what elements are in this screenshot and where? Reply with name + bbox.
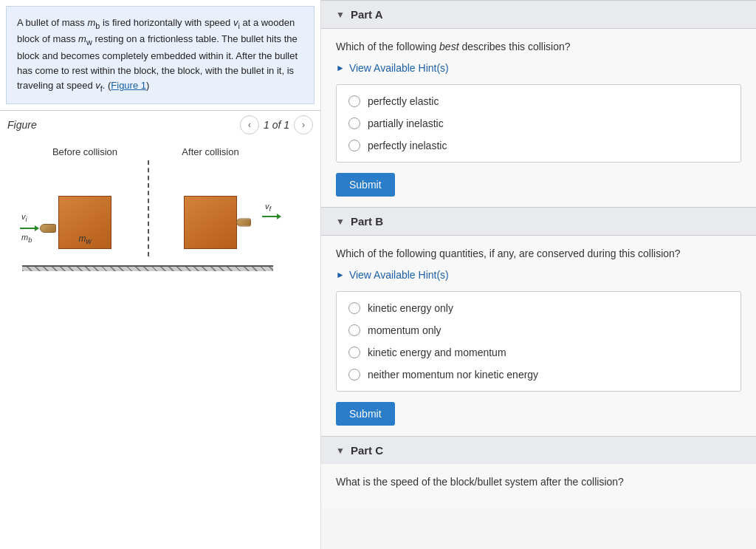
figure-header: Figure ‹ 1 of 1 › xyxy=(0,110,320,139)
prev-figure-button[interactable]: ‹ xyxy=(240,115,259,134)
part-c-section: ▼ Part C What is the speed of the block/… xyxy=(321,436,756,508)
arrow-line-after xyxy=(262,216,277,217)
radio-b1[interactable] xyxy=(348,302,360,314)
option-a-perfectly-elastic[interactable]: perfectly elastic xyxy=(348,95,729,107)
after-side: vf xyxy=(148,160,273,256)
part-a-question: Which of the following best describes th… xyxy=(336,39,741,55)
option-b-momentum-only[interactable]: momentum only xyxy=(348,324,729,336)
option-a-partially-inelastic[interactable]: partially inelastic xyxy=(348,117,729,129)
hint-arrow-icon-a: ► xyxy=(336,63,345,73)
figure-label: Figure xyxy=(7,119,37,131)
ground-line xyxy=(22,265,273,271)
part-a-label: Part A xyxy=(351,8,383,21)
option-a-perfectly-inelastic[interactable]: perfectly inelastic xyxy=(348,140,729,151)
part-a-hint-label: View Available Hint(s) xyxy=(349,62,449,74)
part-c-header: ▼ Part C xyxy=(321,436,756,464)
option-b-neither[interactable]: neither momentum nor kinetic energy xyxy=(348,369,729,381)
option-b-kinetic-energy-and-momentum[interactable]: kinetic energy and momentum xyxy=(348,347,729,358)
figure-page: 1 of 1 xyxy=(264,119,289,131)
part-b-header: ▼ Part B xyxy=(321,207,756,236)
part-b-hint-link[interactable]: ► View Available Hint(s) xyxy=(336,269,741,281)
after-arrow: vf xyxy=(262,202,281,219)
radio-a3[interactable] xyxy=(348,140,360,151)
figure-link[interactable]: Figure 1 xyxy=(111,80,146,91)
radio-a2[interactable] xyxy=(348,117,360,129)
block-mass-label-before: mw xyxy=(78,233,91,245)
figure-area: Figure ‹ 1 of 1 › Before collision After… xyxy=(0,110,320,549)
option-a2-label: partially inelastic xyxy=(368,117,444,129)
part-b-label: Part B xyxy=(351,215,383,228)
figure-navigation: ‹ 1 of 1 › xyxy=(240,115,313,134)
option-a3-label: perfectly inelastic xyxy=(368,140,447,151)
figure-scene: Before collision After collision mw xyxy=(0,139,320,271)
part-a-options: perfectly elastic partially inelastic pe… xyxy=(336,84,741,163)
part-a-submit-button[interactable]: Submit xyxy=(336,173,395,197)
option-b2-label: momentum only xyxy=(368,324,441,336)
part-c-content: What is the speed of the block/bullet sy… xyxy=(321,464,756,508)
right-panel: ▼ Part A Which of the following best des… xyxy=(321,0,756,549)
option-b1-label: kinetic energy only xyxy=(368,302,453,314)
option-a1-label: perfectly elastic xyxy=(368,95,439,107)
vf-label: vf xyxy=(265,202,271,213)
ground xyxy=(22,265,273,271)
option-b-kinetic-energy-only[interactable]: kinetic energy only xyxy=(348,302,729,314)
part-b-question: Which of the following quantities, if an… xyxy=(336,246,741,262)
hint-arrow-icon-b: ► xyxy=(336,270,345,280)
before-side: mw vi mb xyxy=(22,160,148,256)
arrow-line-before xyxy=(20,228,35,229)
wooden-block-before: mw xyxy=(58,196,111,249)
bullet-shape-before xyxy=(40,224,56,233)
part-b-submit-button[interactable]: Submit xyxy=(336,402,395,426)
part-b-toggle[interactable]: ▼ xyxy=(336,216,345,227)
option-b4-label: neither momentum nor kinetic energy xyxy=(368,369,538,381)
bullet-shape-after xyxy=(236,219,251,227)
before-collision-label: Before collision xyxy=(22,146,148,157)
option-b3-label: kinetic energy and momentum xyxy=(368,347,506,358)
embedded-bullet xyxy=(236,219,251,227)
radio-b2[interactable] xyxy=(348,324,360,336)
part-b-hint-label: View Available Hint(s) xyxy=(349,269,449,281)
arrow-head-after xyxy=(277,214,281,219)
block-before: mw vi mb xyxy=(58,196,111,249)
next-figure-button[interactable]: › xyxy=(294,115,313,134)
collision-scene: mw vi mb xyxy=(22,160,273,271)
radio-b3[interactable] xyxy=(348,347,360,358)
vi-label: vi xyxy=(21,212,27,223)
radio-b4[interactable] xyxy=(348,369,360,381)
part-b-section: ▼ Part B Which of the following quantiti… xyxy=(321,207,756,436)
problem-description: A bullet of mass mb is fired horizontall… xyxy=(6,6,315,104)
mb-label: mb xyxy=(21,233,32,244)
part-c-toggle[interactable]: ▼ xyxy=(336,446,345,456)
part-b-content: Which of the following quantities, if an… xyxy=(321,236,756,436)
part-a-toggle[interactable]: ▼ xyxy=(336,10,345,20)
bullet-before: vi mb xyxy=(20,212,56,243)
block-after: vf xyxy=(184,196,237,249)
part-b-options: kinetic energy only momentum only kineti… xyxy=(336,291,741,392)
arrow-head-before xyxy=(35,225,39,231)
part-c-label: Part C xyxy=(351,444,383,457)
part-a-section: ▼ Part A Which of the following best des… xyxy=(321,0,756,207)
part-a-content: Which of the following best describes th… xyxy=(321,29,756,207)
wooden-block-after xyxy=(184,196,237,249)
part-a-hint-link[interactable]: ► View Available Hint(s) xyxy=(336,62,741,74)
after-collision-label: After collision xyxy=(148,146,273,157)
part-c-question: What is the speed of the block/bullet sy… xyxy=(336,474,741,490)
part-a-header: ▼ Part A xyxy=(321,0,756,29)
left-panel: A bullet of mass mb is fired horizontall… xyxy=(0,0,321,549)
radio-a1[interactable] xyxy=(348,95,360,107)
